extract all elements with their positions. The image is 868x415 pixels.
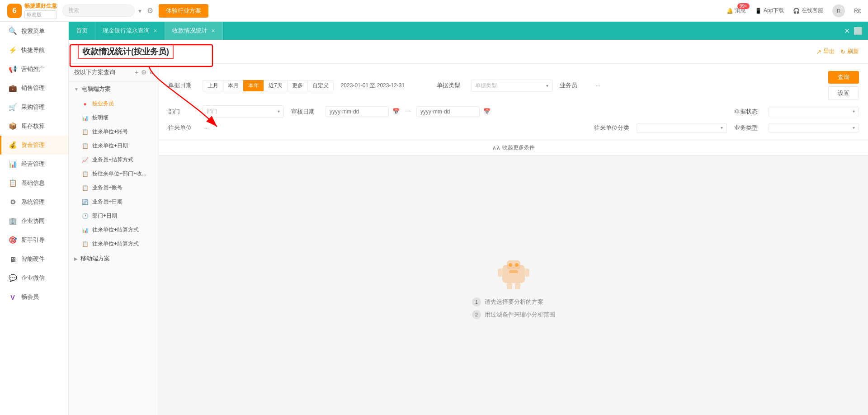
sidebar-item-marketing[interactable]: 📢 营销推广 [0, 60, 68, 79]
tab-bank-flow[interactable]: 现金银行流水查询 ✕ [95, 22, 165, 40]
trial-btn[interactable]: 体验行业方案 [159, 4, 208, 18]
scheme-item-salesperson-account[interactable]: 📋 业务员+账号 [69, 181, 159, 195]
operations-icon: 📊 [9, 160, 17, 168]
export-label: 导出 [823, 47, 835, 56]
export-btn[interactable]: ↗ 导出 [816, 47, 835, 56]
svg-rect-5 [498, 269, 502, 277]
scheme-group-desktop-header[interactable]: ▼ 电脑端方案 [69, 81, 159, 97]
sidebar-item-system[interactable]: ⚙ 系统管理 [0, 193, 68, 212]
settings-icon[interactable]: ⚙ [147, 6, 153, 15]
scheme-item-unit-account[interactable]: 📋 往来单位+账号 [69, 125, 159, 139]
date-tab-custom[interactable]: 自定义 [307, 80, 334, 91]
scheme-item-unit-dept-receipt[interactable]: 📋 按往来单位+部门+收... [69, 167, 159, 181]
sidebar-item-enterprise[interactable]: 🏢 企业协同 [0, 212, 68, 231]
sidebar-label-operations: 经营管理 [21, 160, 45, 168]
settings-btn[interactable]: 设置 [828, 86, 859, 100]
tab-receipt-stat-close[interactable]: ✕ [211, 28, 215, 34]
messages-area[interactable]: 🔔 消息 99+ [726, 7, 746, 14]
sidebar-item-purchase[interactable]: 🛒 采购管理 [0, 98, 68, 117]
scheme-item-salesperson-date[interactable]: 🔄 业务员+日期 [69, 195, 159, 209]
contact-category-select[interactable]: ▾ [637, 123, 727, 132]
sidebar-item-guide[interactable]: 🎯 新手引导 [0, 231, 68, 250]
calendar-start-icon[interactable]: 📅 [392, 108, 400, 115]
scheme-item-label-unit-dept: 按往来单位+部门+收... [92, 170, 146, 178]
app-download-area[interactable]: 📱 App下载 [755, 7, 784, 14]
scheme-add-btn[interactable]: + [135, 69, 138, 76]
date-tab-more[interactable]: 更多 [287, 80, 307, 91]
scheme-header: 按以下方案查询 + ⚙ « [69, 64, 159, 81]
contact-more-btn[interactable]: ··· [204, 125, 209, 131]
empty-step-2: 2 用过滤条件来缩小分析范围 [472, 310, 555, 319]
review-date-end-input[interactable] [416, 106, 480, 117]
scheme-item-unit-method1[interactable]: 📊 往来单位+结算方式 [69, 223, 159, 237]
sidebar-label-purchase: 采购管理 [21, 103, 45, 111]
online-service-area[interactable]: 🎧 在线客服 [793, 7, 823, 14]
date-tab-last-month[interactable]: 上月 [203, 80, 223, 91]
doc-status-arrow-icon: ▾ [853, 109, 855, 114]
date-tab-this-year[interactable]: 本年 [243, 80, 264, 91]
salesperson-label: 业务员 [560, 81, 587, 90]
sidebar-item-sales[interactable]: 💼 销售管理 [0, 79, 68, 98]
tab-bank-flow-close[interactable]: ✕ [153, 28, 157, 34]
sidebar: 🔍 搜索菜单 ⚡ 快捷导航 📢 营销推广 💼 销售管理 🛒 采购管理 📦 库存核… [0, 22, 69, 415]
sidebar-item-wechat[interactable]: 💬 企业微信 [0, 269, 68, 288]
calendar-end-icon[interactable]: 📅 [483, 108, 491, 115]
salesperson-more-btn[interactable]: ··· [596, 82, 600, 89]
content-area: 按以下方案查询 + ⚙ « ▼ 电脑端方案 ● 按业务员 [69, 64, 868, 415]
dropdown-arrow-icon[interactable]: ▾ [138, 7, 142, 14]
user-avatar[interactable]: R [832, 5, 845, 17]
scheme-group-mobile-header[interactable]: ▶ 移动端方案 [69, 251, 159, 266]
collapse-bar[interactable]: ∧∧ 收起更多条件 [159, 140, 868, 156]
doc-status-select[interactable]: ▾ [769, 107, 859, 116]
query-btn[interactable]: 查询 [828, 71, 859, 84]
logo-text: 畅捷通好生意 [24, 2, 57, 10]
sidebar-item-search-menu[interactable]: 🔍 搜索菜单 [0, 22, 68, 41]
scheme-collapse-btn[interactable]: « [150, 69, 153, 76]
svg-rect-6 [525, 269, 529, 277]
step-1-num: 1 [472, 297, 481, 307]
scheme-salesperson-method-icon: 📈 [81, 156, 89, 164]
page-header: 收款情况统计(按业务员) ↗ 导出 ↻ 刷新 [69, 40, 868, 64]
review-date-start-input[interactable] [326, 106, 389, 117]
tab-home[interactable]: 首页 [69, 22, 95, 40]
tab-bank-flow-label: 现金银行流水查询 [103, 27, 150, 35]
sidebar-item-finance[interactable]: 💰 资金管理 [0, 136, 68, 155]
biz-type-label: 业务类型 [734, 124, 761, 132]
sidebar-item-quick-nav[interactable]: ⚡ 快捷导航 [0, 41, 68, 60]
scheme-item-unit-date[interactable]: 📋 往来单位+日期 [69, 139, 159, 153]
top-header: 6 畅捷通好生意 标准版 搜索 ▾ ⚙ 体验行业方案 🔔 消息 99+ 📱 Ap… [0, 0, 868, 22]
scheme-mobile-arrow-icon: ▶ [74, 256, 78, 261]
date-label: 单据日期 [168, 81, 195, 90]
date-tab-this-month[interactable]: 本月 [223, 80, 243, 91]
scheme-item-unit-method2[interactable]: 📋 往来单位+结算方式 [69, 237, 159, 251]
marketing-icon: 📢 [9, 65, 17, 73]
logo-icon: 6 [7, 4, 22, 18]
refresh-btn[interactable]: ↻ 刷新 [840, 47, 859, 56]
scheme-item-salesperson-method[interactable]: 📈 业务员+结算方式 [69, 153, 159, 167]
sidebar-item-member[interactable]: V 畅会员 [0, 288, 68, 307]
filter-row-1: 单据日期 上月 本月 本年 [168, 71, 859, 100]
doc-type-select[interactable]: 单据类型 ▾ [471, 80, 552, 92]
search-box[interactable]: 搜索 [62, 5, 135, 17]
scheme-settings-btn[interactable]: ⚙ [141, 69, 147, 76]
sidebar-item-inventory[interactable]: 📦 库存核算 [0, 117, 68, 136]
system-icon: ⚙ [9, 198, 17, 206]
sidebar-label-sales: 销售管理 [21, 84, 45, 92]
date-tab-last7[interactable]: 近7天 [264, 80, 287, 91]
tab-bar-right: ✕ ⬜ [844, 27, 868, 35]
tab-maximize-icon[interactable]: ⬜ [854, 27, 863, 35]
dept-select[interactable]: 部门 ▾ [203, 105, 284, 118]
biz-type-select[interactable]: ▾ [769, 123, 859, 132]
scheme-header-actions: + ⚙ « [135, 69, 153, 76]
sidebar-item-base-info[interactable]: 📋 基础信息 [0, 174, 68, 193]
scheme-item-by-salesperson[interactable]: ● 按业务员 [69, 97, 159, 111]
sidebar-item-smart-hw[interactable]: 🖥 智能硬件 [0, 250, 68, 269]
sidebar-item-operations[interactable]: 📊 经营管理 [0, 155, 68, 174]
scheme-item-by-detail[interactable]: 📊 按明细 [69, 111, 159, 125]
collapse-icon: ∧∧ [492, 145, 500, 151]
tab-close-all-icon[interactable]: ✕ [844, 27, 850, 35]
sidebar-label-smart-hw: 智能硬件 [21, 255, 45, 263]
scheme-item-dept-date[interactable]: 🕐 部门+日期 [69, 209, 159, 223]
scheme-salesperson-date-icon: 🔄 [81, 198, 89, 206]
tab-receipt-stat[interactable]: 收款情况统计 ✕ [165, 22, 223, 40]
